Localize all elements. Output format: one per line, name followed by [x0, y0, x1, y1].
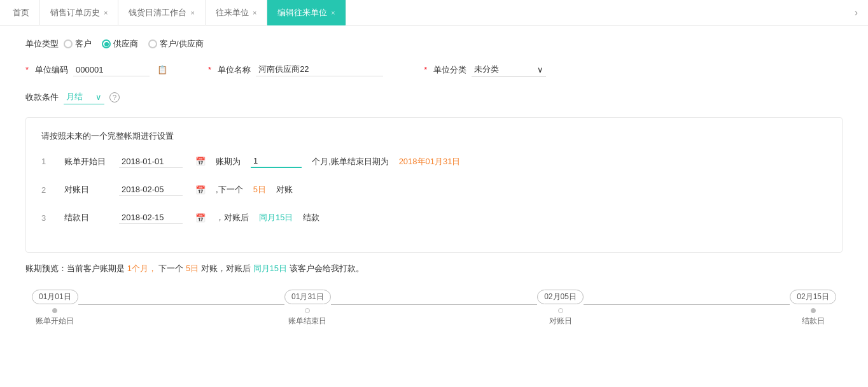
radio-customer-circle: [64, 39, 73, 48]
timeline-dot-3: [558, 308, 563, 313]
unit-info-row: * 单位编码 📋 * 单位名称 * 单位分类 未分类 ∨: [25, 62, 843, 77]
timeline-date-2: 01月31日: [291, 292, 324, 301]
help-icon-label: ?: [113, 94, 116, 101]
unit-category-chevron: ∨: [537, 65, 543, 74]
radio-both-label: 客户/供应商: [160, 38, 204, 50]
row-3-desc-part1: ，对账后: [216, 212, 249, 223]
timeline-label-4: 结款日: [802, 316, 825, 327]
tab-edit-partner-close[interactable]: ×: [331, 9, 335, 17]
preview-prefix: 账期预览：当前客户账期是: [25, 264, 125, 273]
unit-category-select[interactable]: 未分类 ∨: [472, 62, 546, 77]
row-1-period-input[interactable]: [251, 155, 302, 168]
unit-name-star: *: [208, 65, 211, 74]
timeline-node-4: 02月15日 结款日: [790, 290, 836, 327]
payment-chevron: ∨: [95, 92, 102, 102]
timeline-line-1: [78, 304, 284, 305]
unit-category-label: 单位分类: [433, 64, 466, 76]
timeline-node-2: 01月31日 账单结束日: [284, 290, 331, 327]
preview-hl1: 1个月，: [127, 264, 157, 273]
tab-partners-label: 往来单位: [216, 7, 249, 18]
row-2-cal-icon[interactable]: 📅: [195, 185, 206, 195]
timeline-node-3: 02月05日 对账日: [537, 290, 584, 327]
tab-cash-work-label: 钱货日清工作台: [129, 7, 186, 18]
unit-type-label: 单位类型: [25, 38, 59, 50]
row-2-desc-part2: 对账: [276, 184, 293, 195]
row-1-cal-icon[interactable]: 📅: [195, 157, 206, 166]
timeline-badge-2: 01月31日: [284, 290, 331, 304]
preview-mid1: 下一个: [158, 264, 183, 273]
unit-code-label: 单位编码: [35, 64, 68, 76]
timeline-label-2: 账单结束日: [288, 316, 326, 327]
payment-row: 收款条件 月结 ∨ ?: [25, 90, 843, 104]
timeline-dot-2: [305, 308, 310, 313]
radio-supplier-inner: [104, 42, 109, 46]
tab-sales-history-close[interactable]: ×: [104, 9, 108, 17]
row-3-num: 3: [41, 213, 54, 223]
payment-select[interactable]: 月结 ∨: [64, 90, 104, 104]
row-3-label: 结款日: [64, 212, 109, 223]
timeline-date-4: 02月15日: [797, 292, 829, 301]
row-1-num: 1: [41, 157, 54, 166]
row-1-date-input[interactable]: [119, 155, 183, 168]
preview-suffix: 该客户会给我打款。: [290, 264, 364, 273]
radio-customer[interactable]: 客户: [64, 38, 92, 50]
tab-home[interactable]: 首页: [5, 0, 40, 25]
unit-type-field: 单位类型 客户 供应商 客户/供应商: [25, 38, 204, 50]
tabs-nav-arrow[interactable]: ›: [850, 7, 863, 18]
timeline-badge-1: 01月01日: [32, 290, 78, 304]
unit-code-field: * 单位编码 📋: [25, 64, 167, 76]
timeline-line-2: [331, 304, 537, 305]
tab-cash-work-close[interactable]: ×: [190, 9, 194, 17]
unit-code-icon[interactable]: 📋: [157, 65, 167, 74]
section-box: 请按照未来的一个完整帐期进行设置 1 账单开始日 📅 账期为 个月,账单结束日期…: [25, 117, 843, 253]
help-icon[interactable]: ?: [109, 92, 120, 102]
timeline-badge-4: 02月15日: [790, 290, 836, 304]
section-title: 请按照未来的一个完整帐期进行设置: [41, 130, 827, 142]
unit-code-star: *: [25, 65, 29, 74]
radio-supplier[interactable]: 供应商: [102, 38, 138, 50]
radio-supplier-label: 供应商: [113, 38, 138, 50]
main-content: 单位类型 客户 供应商 客户/供应商: [0, 25, 868, 387]
timeline-node-1: 01月01日 账单开始日: [32, 290, 78, 327]
tab-partners-close[interactable]: ×: [253, 9, 256, 17]
radio-both[interactable]: 客户/供应商: [148, 38, 204, 50]
unit-code-input[interactable]: [73, 64, 150, 76]
row-2-num: 2: [41, 185, 54, 195]
preview-hl2: 5日: [186, 264, 199, 273]
tab-sales-history[interactable]: 销售订单历史 ×: [40, 0, 118, 25]
data-row-2: 2 对账日 📅 ,下一个 5日 对账: [41, 183, 827, 196]
timeline-dot-4: [811, 308, 816, 313]
unit-type-radio-group: 客户 供应商 客户/供应商: [64, 38, 204, 50]
unit-category-star: *: [424, 65, 427, 74]
row-2-label: 对账日: [64, 184, 109, 195]
unit-name-input[interactable]: [256, 64, 383, 76]
tab-edit-partner[interactable]: 编辑往来单位 ×: [267, 0, 346, 25]
payment-value: 月结: [66, 91, 83, 102]
row-2-date-input[interactable]: [119, 183, 183, 196]
row-1-end-date: 2018年01月31日: [399, 156, 461, 167]
tab-home-label: 首页: [13, 7, 29, 18]
timeline-label-3: 对账日: [549, 316, 572, 327]
timeline: 01月01日 账单开始日 01月31日 账单结束日 02月05日 对账日: [25, 290, 843, 327]
timeline-dot-1: [52, 308, 57, 313]
radio-both-circle: [148, 39, 157, 48]
timeline-date-3: 02月05日: [544, 292, 577, 301]
radio-supplier-circle: [102, 39, 111, 48]
row-3-desc-part2: 结款: [303, 212, 319, 223]
timeline-badge-3: 02月05日: [537, 290, 584, 304]
row-3-date-input[interactable]: [119, 211, 183, 224]
row-3-desc-highlight: 同月15日: [259, 212, 293, 223]
row-2-desc-highlight: 5日: [253, 184, 266, 195]
tab-cash-work[interactable]: 钱货日清工作台 ×: [118, 0, 205, 25]
row-3-cal-icon[interactable]: 📅: [195, 213, 206, 223]
row-1-suffix-before: 账期为: [216, 156, 241, 167]
timeline-line-3: [584, 304, 790, 305]
preview-text: 账期预览：当前客户账期是 1个月， 下一个 5日 对账，对账后 同月15日 该客…: [25, 263, 843, 274]
preview-hl3: 同月15日: [253, 264, 287, 273]
unit-category-value: 未分类: [474, 64, 499, 75]
timeline-label-1: 账单开始日: [36, 316, 74, 327]
timeline-date-1: 01月01日: [39, 292, 71, 301]
tabs-bar: 首页 销售订单历史 × 钱货日清工作台 × 往来单位 × 编辑往来单位 × ›: [0, 0, 868, 25]
payment-label: 收款条件: [25, 92, 59, 103]
tab-partners[interactable]: 往来单位 ×: [206, 0, 267, 25]
